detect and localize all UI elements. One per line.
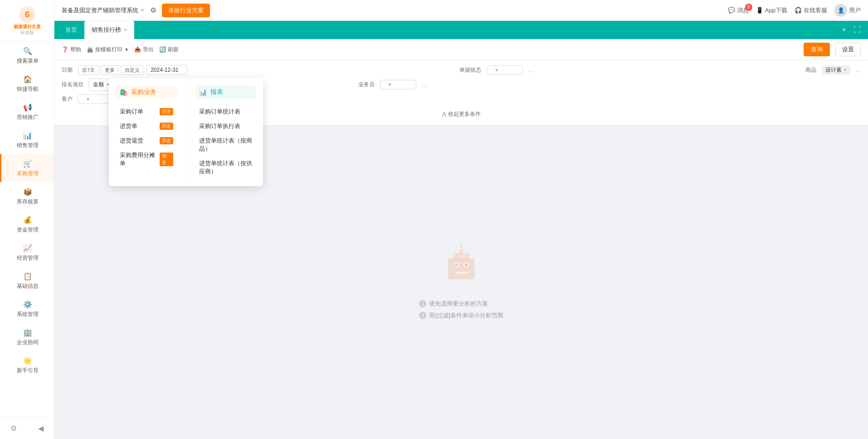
status-filter-dots[interactable]: ... [528,67,533,74]
query-btn[interactable]: 查询 [804,43,830,56]
tab-sales-rank-label: 销售排行榜 [92,26,121,34]
status-filter-label: 单据状态 [459,66,481,74]
salesperson-filter-select[interactable]: ▼ [380,80,416,89]
help-label: 帮助 [70,46,81,54]
sidebar-collapse-btn[interactable]: ◀ [36,422,45,434]
user-label: 用户 [849,6,861,15]
sidebar-item-purchase[interactable]: 🛒 采购管理 [0,154,54,182]
message-btn[interactable]: 💬 消息 9 [728,6,749,15]
svg-point-11 [460,245,463,247]
finance-icon: 💰 [23,215,33,225]
dropdown-chevron-icon: ▼ [140,8,145,13]
purchase-order-item[interactable]: 采购订单 历史 [116,104,177,119]
purchase-expense-label: 采购费用分摊单 [120,151,160,168]
sidebar-item-company-label: 企业协同 [17,339,39,346]
export-btn[interactable]: 📤 导出 [134,46,154,54]
sidebar-item-company[interactable]: 🏢 企业协同 [0,323,54,351]
date-quick-btns: 近7天 更多 自定义 [78,65,144,75]
sidebar-item-inventory[interactable]: 📦 库存核算 [0,182,54,210]
sidebar-navigation: 🔍 搜索菜单 🏠 快捷导航 📢 营销推广 📊 销售管理 🛒 采购管理 📦 库存核… [0,41,54,417]
purchase-business-icon: 🛍️ [120,89,127,96]
sidebar-item-operation-label: 经营管理 [17,254,39,262]
salesperson-filter-label: 业务员 [358,81,375,89]
goods-return-item[interactable]: 进货退货 历史 [116,133,177,148]
sidebar-item-sales[interactable]: 📊 销售管理 [0,126,54,154]
tab-sales-rank-close-icon[interactable]: × [124,27,127,33]
empty-illustration [439,243,484,289]
settings-btn[interactable]: 设置 [835,43,861,56]
filter-toolbar: ❓ 帮助 🖨️ 按模板打印 ▼ 📤 导出 🔄 刷新 查询 设置 [54,39,868,60]
date-7days-btn[interactable]: 近7天 [78,65,99,75]
industry-btn[interactable]: 体验行业方案 [162,4,210,17]
sidebar-item-finance[interactable]: 💰 资金管理 [0,210,54,238]
print-dropdown-icon: ▼ [124,47,129,52]
rank-value: 金额 [93,81,104,89]
sidebar-logo: 6 畅捷通好生意 标准版 [0,0,54,41]
tabbar-expand-btn[interactable]: ⛶ [850,26,864,34]
salesperson-filter-dots[interactable]: ... [422,81,427,88]
sidebar-item-search[interactable]: 🔍 搜索菜单 [0,41,54,69]
sidebar-item-operation[interactable]: 📈 经营管理 [0,238,54,266]
goods-receipt-stats-goods-item[interactable]: 进货单统计表（按商品） [195,133,256,156]
purchase-order-stats-item[interactable]: 采购订单统计表 [195,104,256,119]
goods-tag-close-icon[interactable]: × [844,67,847,73]
system-title-text: 装备及固定资产辅助管理系统 [62,6,138,15]
goods-tag-text: 设计素 [825,66,842,74]
topbar-settings-icon[interactable]: ⚙ [150,6,156,15]
goods-receipt-stats-goods-label: 进货单统计表（按商品） [199,137,253,153]
status-filter-select[interactable]: ▼ [487,65,523,75]
date-filter-label: 日期 [62,66,73,74]
svg-rect-8 [456,272,467,274]
app-download-btn[interactable]: 📱 App下载 [756,6,787,15]
date-to-input[interactable] [146,65,187,75]
rank-filter-label: 排名项目 [62,81,83,89]
sidebar-item-guide[interactable]: 🌟 新手引导 [0,351,54,379]
date-more-btn[interactable]: 更多 [101,65,119,75]
help-btn[interactable]: ❓ 帮助 [62,46,81,54]
sidebar-item-search-label: 搜索菜单 [17,57,39,65]
refresh-btn[interactable]: 🔄 刷新 [159,46,179,54]
sidebar-item-basic[interactable]: 📋 基础信息 [0,266,54,295]
purchase-order-exec-label: 采购订单执行表 [199,122,240,130]
tab-home[interactable]: 首页 [58,21,84,39]
user-btn[interactable]: 👤 用户 [834,4,861,17]
online-service-btn[interactable]: 🎧 在线客服 [795,6,827,15]
goods-receipt-history-badge: 历史 [160,123,173,130]
user-avatar: 👤 [834,4,847,17]
tabbar-close-btn[interactable]: × [839,26,850,34]
svg-point-7 [465,263,468,266]
goods-return-label: 进货退货 [120,137,143,145]
basic-icon: 📋 [23,271,33,281]
sidebar-settings-btn[interactable]: ⚙ [9,422,19,434]
goods-filter-tag: 设计素 × [822,65,850,75]
sidebar-item-quicknav[interactable]: 🏠 快捷导航 [0,69,54,98]
sidebar-item-system[interactable]: ⚙️ 系统管理 [0,295,54,323]
collapse-label: 收起更多条件 [448,110,481,118]
goods-filter-dots[interactable]: ... [856,67,861,74]
help-icon: ❓ [62,46,68,53]
sidebar-item-marketing-label: 营销推广 [17,113,39,121]
svg-text:6: 6 [24,10,29,19]
purchase-dropdown-menu: 🛍️ 采购业务 采购订单 历史 进货单 历史 进货退货 历史 [109,78,263,186]
sidebar-item-marketing[interactable]: 📢 营销推广 [0,98,54,126]
date-custom-btn[interactable]: 自定义 [121,65,144,75]
operation-icon: 📈 [23,243,33,253]
goods-receipt-stats-supplier-item[interactable]: 进货单统计表（按供应商） [195,156,256,179]
purchase-order-exec-item[interactable]: 采购订单执行表 [195,119,256,133]
sidebar-item-quicknav-label: 快捷导航 [17,85,39,93]
system-title-dropdown[interactable]: 装备及固定资产辅助管理系统 ▼ [62,6,145,15]
message-icon: 💬 [728,7,735,14]
print-btn[interactable]: 🖨️ 按模板打印 ▼ [87,46,129,54]
marketing-icon: 📢 [23,102,33,112]
message-badge: 9 [745,4,752,11]
tab-sales-rank[interactable]: 销售排行榜 × [84,21,134,39]
collapse-chevron-icon: ⋀ [442,111,446,117]
dropdown-divider [186,85,186,179]
print-label: 按模板打印 [95,46,122,54]
refresh-icon: 🔄 [159,46,166,53]
sidebar-item-system-label: 系统管理 [17,311,39,318]
tip-1-text: 请先选择要分析的方案 [429,298,488,310]
goods-receipt-item[interactable]: 进货单 历史 [116,119,177,133]
purchase-expense-item[interactable]: 采购费用分摊单 历史 [116,148,177,171]
reports-title: 报表 [210,88,223,96]
